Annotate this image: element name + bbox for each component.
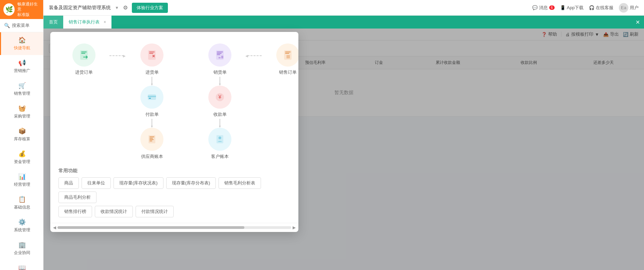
sidebar-item-purchase[interactable]: 🧺 采购管理 [0,101,43,123]
tabbar: 首页 销售订单执行表 × ✕ [43,16,644,29]
arrow-down-purchase: ▼ [152,75,152,86]
flow-diagram: 进货订单 ▶ 进货单 [58,40,290,165]
purchase-bill-icon [140,43,163,67]
svg-rect-18 [148,96,156,97]
sidebar-item-operations[interactable]: 📊 经营管理 [0,169,43,192]
svg-rect-2 [81,53,85,54]
scroll-right-btn[interactable]: ▶ [293,225,296,230]
new-guide-icon: 📖 [18,264,26,270]
modal-scrollbar: ◀ ▶ [50,223,298,232]
quick-btn-stock-dist[interactable]: 现存量(库存分布表) [166,177,216,189]
svg-rect-14 [285,52,291,52]
sys-mgmt-icon: ⚙️ [18,218,26,226]
svg-text:¥: ¥ [218,94,222,100]
flow-modal: 进货订单 ▶ 进货单 [50,32,298,232]
sidebar-item-new-guide[interactable]: 📖 新手引导 [0,260,43,270]
sidebar-search[interactable]: 🔍 搜索菜单 [0,19,43,32]
purchase-bill-label: 进货单 [145,69,159,75]
system-title: 装备及固定资产辅助管理系统 [49,5,111,11]
modal-body: 进货订单 ▶ 进货单 [50,32,298,223]
quick-btn-sales-gross[interactable]: 销售毛利分析表 [219,177,261,189]
message-btn[interactable]: 💬 消息 6 [532,5,555,11]
svg-rect-25 [150,139,154,140]
message-icon: 💬 [532,5,538,10]
svg-rect-26 [150,141,152,141]
svg-point-28 [219,137,221,139]
svg-rect-24 [150,138,153,139]
header-right: 💬 消息 6 📱 App下载 🎧 在线客服 Ea 用户 [532,3,639,13]
sales-icon: 🛒 [18,82,26,89]
sales-bill-label: 销货单 [213,69,227,75]
tab-close-btn[interactable]: × [104,20,106,24]
tab-home[interactable]: 首页 [43,16,63,29]
svg-rect-1 [81,52,87,52]
scrollbar-thumb [57,226,244,229]
online-service-btn[interactable]: 🎧 在线客服 [589,5,613,11]
quick-btn-counterparty[interactable]: 往来单位 [82,177,111,189]
payment-label: 付款单 [145,111,159,118]
scroll-left-btn[interactable]: ◀ [53,225,56,230]
settings-icon[interactable]: ⚙ [123,4,128,11]
svg-rect-5 [149,52,155,52]
receipt-icon: ¥ [208,86,231,109]
flow-item-receipt[interactable]: ¥ 收款单 [208,86,231,118]
sidebar-logo: 🌿 畅康通好生意 标准版 [0,0,43,19]
purchase-order-icon [72,43,95,67]
dropdown-icon[interactable]: ▼ [115,5,119,10]
svg-rect-12 [219,57,221,58]
sidebar-item-quick-nav[interactable]: 🏠 快捷导航 [0,32,43,55]
flow-item-purchase-order[interactable]: 进货订单 [72,43,95,75]
flow-item-sales-bill[interactable]: 销货单 [208,43,231,75]
arrow-down-sales: ▼ [220,75,220,86]
marketing-icon: 📢 [18,59,26,67]
avatar: Ea [619,3,628,13]
quick-btn-goods[interactable]: 商品 [58,177,79,189]
quick-btn-sales-rank[interactable]: 销售排行榜 [58,206,92,217]
quick-btn-goods-gross[interactable]: 商品毛利分析 [58,192,97,203]
user-menu[interactable]: Ea 用户 [619,3,639,13]
sidebar-nav: 🏠 快捷导航 📢 营销推广 🛒 销售管理 🧺 采购管理 📦 库存核算 💰 资金管… [0,32,43,270]
svg-rect-15 [285,53,289,54]
quick-btn-stock-status[interactable]: 现存量(库存状况表) [114,177,163,189]
sidebar-item-marketing[interactable]: 📢 营销推广 [0,55,43,78]
experience-btn[interactable]: 体验行业方案 [132,3,168,13]
message-badge: 6 [549,5,555,10]
close-tabs-btn[interactable]: ✕ [631,16,644,29]
sales-bill-icon [208,43,231,67]
sidebar-item-sales[interactable]: 🛒 销售管理 [0,78,43,101]
receipt-label: 收款单 [213,111,227,118]
sidebar-item-enterprise[interactable]: 🏢 企业协同 [0,237,43,260]
flow-item-payment[interactable]: 付款单 [140,86,163,118]
quick-btn-payment-stat[interactable]: 付款情况统计 [136,206,174,217]
tab-sales-order[interactable]: 销售订单执行表 × [63,16,111,29]
inventory-icon: 📦 [18,127,26,135]
svg-rect-10 [217,54,220,55]
flow-item-supplier[interactable]: 供应商账本 [140,128,163,160]
flow-item-customer[interactable]: 客户账本 [208,128,231,160]
quick-functions-buttons-row2: 销售排行榜 收款情况统计 付款情况统计 [58,206,290,217]
app-download-btn[interactable]: 📱 App下载 [560,5,584,11]
sales-order-label: 销售订单 [279,69,297,75]
sidebar-item-inventory[interactable]: 📦 库存核算 [0,123,43,146]
sidebar-item-finance[interactable]: 💰 资金管理 [0,146,43,169]
svg-rect-23 [150,137,154,137]
flow-item-sales-order[interactable]: 销售订单 [276,43,298,75]
logo-icon: 🌿 [3,3,15,16]
supplier-icon [140,128,163,151]
arrow-down-receipt: ▼ [220,118,220,128]
quick-functions-buttons: 商品 往来单位 现存量(库存状况表) 现存量(库存分布表) 销售毛利分析表 商品… [58,177,290,203]
sidebar: 🌿 畅康通好生意 标准版 🔍 搜索菜单 🏠 快捷导航 📢 营销推广 🛒 销售管理… [0,0,43,270]
sidebar-item-sys-mgmt[interactable]: ⚙️ 系统管理 [0,214,43,237]
purchase-icon: 🧺 [18,105,26,112]
scrollbar-track[interactable] [57,226,291,229]
operations-icon: 📊 [18,173,26,180]
customer-icon [208,128,231,151]
app-icon: 📱 [560,5,565,10]
service-icon: 🎧 [589,5,594,10]
enterprise-icon: 🏢 [18,241,26,249]
modal-overlay[interactable]: 进货订单 ▶ 进货单 [43,29,644,270]
quick-btn-receipt-stat[interactable]: 收款情况统计 [95,206,133,217]
sidebar-item-base-info[interactable]: 📋 基础信息 [0,192,43,214]
arrow-left-1: ◀ [245,54,262,65]
flow-item-purchase-bill[interactable]: 进货单 [140,43,163,75]
